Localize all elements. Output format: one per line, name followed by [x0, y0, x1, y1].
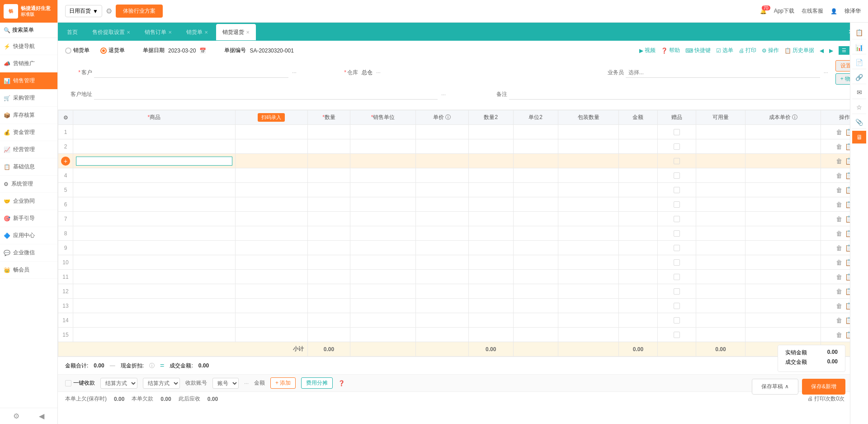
amount-cell-8[interactable] — [619, 226, 657, 241]
unit-price-cell-4[interactable] — [415, 168, 468, 183]
unit-price-cell-5[interactable] — [415, 183, 468, 197]
available-cell-14[interactable] — [696, 313, 745, 328]
sales-unit-cell-2[interactable] — [350, 139, 416, 154]
unit2-cell-11[interactable] — [513, 270, 558, 284]
delete-icon-9[interactable]: 🗑 — [836, 244, 842, 252]
package-qty-cell-4[interactable] — [558, 168, 619, 183]
product-cell-6[interactable] — [73, 197, 236, 212]
available-cell-10[interactable] — [696, 255, 745, 270]
tab-price-setting[interactable]: 售价提取设置 ✕ — [86, 24, 137, 40]
gift-cell-2[interactable] — [657, 139, 696, 154]
sidebar-item-members[interactable]: 👑 畅会员 — [0, 262, 57, 279]
product-cell-14[interactable] — [73, 313, 236, 328]
product-cell-3[interactable] — [73, 154, 236, 168]
delete-icon-5[interactable]: 🗑 — [836, 186, 842, 194]
sidebar-item-finance[interactable]: 💰 资金管理 — [0, 124, 57, 141]
unit-price-cell-3[interactable] — [415, 154, 468, 168]
product-cell-9[interactable] — [73, 241, 236, 255]
gift-cell-5[interactable] — [657, 183, 696, 197]
amount-cell-10[interactable] — [619, 255, 657, 270]
amount-cell-1[interactable] — [619, 125, 657, 139]
package-qty-cell-5[interactable] — [558, 183, 619, 197]
delete-icon-2[interactable]: 🗑 — [836, 143, 842, 150]
gift-checkbox-2[interactable] — [674, 143, 680, 150]
gift-cell-6[interactable] — [657, 197, 696, 212]
sidebar-item-enterprise-wechat[interactable]: 💬 企业微信 — [0, 244, 57, 262]
sales-unit-cell-5[interactable] — [350, 183, 416, 197]
available-cell-6[interactable] — [696, 197, 745, 212]
warehouse-dots[interactable]: ··· — [376, 69, 381, 76]
product-input-${i}[interactable] — [76, 157, 232, 166]
sales-unit-cell-15[interactable] — [350, 328, 416, 342]
cost-price-cell-4[interactable] — [745, 168, 821, 183]
one-key-payment-checkbox[interactable]: 一键收款 — [65, 379, 95, 387]
salesperson-input[interactable] — [626, 67, 820, 78]
quantity-cell-5[interactable] — [307, 183, 350, 197]
quantity2-cell-7[interactable] — [468, 212, 513, 226]
video-btn[interactable]: ▶ 视频 — [639, 47, 656, 54]
cost-price-cell-11[interactable] — [745, 270, 821, 284]
gift-checkbox-11[interactable] — [674, 274, 680, 280]
experience-btn[interactable]: 体验行业方案 — [116, 5, 163, 18]
salesperson-dots[interactable]: ··· — [824, 69, 828, 76]
quantity-cell-6[interactable] — [307, 197, 350, 212]
unit-price-cell-10[interactable] — [415, 255, 468, 270]
gift-checkbox-7[interactable] — [674, 216, 680, 222]
gift-cell-3[interactable] — [657, 154, 696, 168]
delete-icon-4[interactable]: 🗑 — [836, 172, 842, 179]
right-panel-btn-1[interactable]: 📋 — [852, 26, 866, 39]
sidebar-item-app-center[interactable]: 🔷 应用中心 — [0, 227, 57, 244]
quantity-cell-14[interactable] — [307, 313, 350, 328]
sales-unit-cell-12[interactable] — [350, 284, 416, 299]
unit2-cell-9[interactable] — [513, 241, 558, 255]
tab-close-icon[interactable]: ✕ — [204, 30, 208, 35]
gift-cell-14[interactable] — [657, 313, 696, 328]
package-qty-cell-15[interactable] — [558, 328, 619, 342]
customer-dots[interactable]: ··· — [292, 69, 297, 76]
right-panel-btn-5[interactable]: ✉ — [852, 86, 866, 99]
quantity2-cell-14[interactable] — [468, 313, 513, 328]
quantity2-cell-13[interactable] — [468, 299, 513, 313]
tab-close-icon[interactable]: ✕ — [246, 30, 250, 35]
package-qty-cell-9[interactable] — [558, 241, 619, 255]
gift-checkbox-14[interactable] — [674, 317, 680, 324]
gift-checkbox-1[interactable] — [674, 129, 680, 135]
amount-cell-2[interactable] — [619, 139, 657, 154]
calc-select[interactable]: 结算方式 — [143, 378, 180, 389]
amount-cell-15[interactable] — [619, 328, 657, 342]
customer-input[interactable] — [94, 67, 288, 78]
quantity-cell-9[interactable] — [307, 241, 350, 255]
right-panel-btn-7[interactable]: 📎 — [852, 116, 866, 129]
gift-checkbox-10[interactable] — [674, 259, 680, 266]
package-qty-cell-10[interactable] — [558, 255, 619, 270]
unit-price-cell-9[interactable] — [415, 241, 468, 255]
unit-price-cell-6[interactable] — [415, 197, 468, 212]
quantity2-cell-10[interactable] — [468, 255, 513, 270]
cost-price-cell-1[interactable] — [745, 125, 821, 139]
split-help-icon[interactable]: ❓ — [338, 380, 345, 386]
sales-unit-cell-7[interactable] — [350, 212, 416, 226]
product-cell-2[interactable] — [73, 139, 236, 154]
product-cell-13[interactable] — [73, 299, 236, 313]
quantity2-cell-5[interactable] — [468, 183, 513, 197]
unit-price-cell-12[interactable] — [415, 284, 468, 299]
sidebar-item-sales[interactable]: 📊 销售管理 — [0, 72, 57, 90]
unit2-cell-7[interactable] — [513, 212, 558, 226]
add-payment-btn[interactable]: + 添加 — [270, 377, 296, 389]
product-cell-1[interactable] — [73, 125, 236, 139]
sidebar-item-enterprise[interactable]: 🤝 企业协同 — [0, 193, 57, 210]
split-btn[interactable]: 费用分摊 — [301, 377, 333, 389]
cost-price-cell-13[interactable] — [745, 299, 821, 313]
calendar-icon[interactable]: 📅 — [199, 48, 206, 54]
delete-icon-12[interactable]: 🗑 — [836, 288, 842, 295]
right-panel-btn-4[interactable]: 🔗 — [852, 71, 866, 84]
cost-price-cell-3[interactable] — [745, 154, 821, 168]
unit-price-cell-15[interactable] — [415, 328, 468, 342]
gift-checkbox-15[interactable] — [674, 332, 680, 338]
amount-cell-13[interactable] — [619, 299, 657, 313]
gift-checkbox-13[interactable] — [674, 303, 680, 309]
tab-sales[interactable]: 销货单 ✕ — [180, 24, 214, 40]
available-cell-3[interactable] — [696, 154, 745, 168]
available-cell-1[interactable] — [696, 125, 745, 139]
product-cell-7[interactable] — [73, 212, 236, 226]
